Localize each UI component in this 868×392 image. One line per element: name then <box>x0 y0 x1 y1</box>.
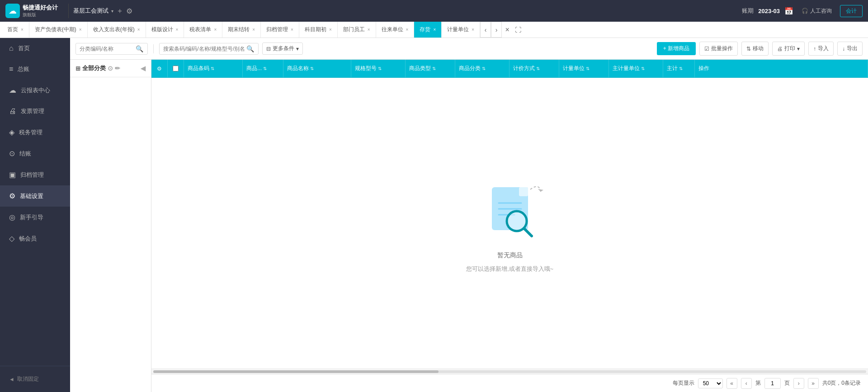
category-edit-icon[interactable]: ✏ <box>115 65 120 72</box>
tab-balance-sheet[interactable]: 资产负债表(中期) × <box>29 22 88 38</box>
th-price-method[interactable]: 计价方式 ⇅ <box>509 60 559 77</box>
cloud-icon: ☁ <box>9 86 16 94</box>
calendar-icon[interactable]: 📅 <box>784 7 793 15</box>
th-col1[interactable]: 商品... ⇅ <box>243 60 283 77</box>
first-page-btn[interactable]: « <box>726 378 737 389</box>
move-icon: ⇅ <box>746 46 751 52</box>
tab-home[interactable]: 首页 × <box>2 22 29 38</box>
sidebar-item-label: 首页 <box>18 44 30 52</box>
app-edition: 旗舰版 <box>23 12 58 18</box>
workspace-dropdown-icon[interactable]: ▾ <box>111 9 113 14</box>
export-button[interactable]: ↓ 导出 <box>837 42 863 56</box>
tab-close-icon[interactable]: × <box>368 27 370 32</box>
add-workspace-icon[interactable]: ＋ <box>116 6 123 16</box>
tab-template-design[interactable]: 模版设计 × <box>146 22 184 38</box>
sidebar-item-archive[interactable]: ▣ 归档管理 <box>0 164 70 185</box>
last-page-btn[interactable]: » <box>808 378 819 389</box>
workspace-settings-icon[interactable]: ⚙ <box>126 7 132 15</box>
tab-close-icon[interactable]: × <box>472 27 474 32</box>
th-spec[interactable]: 规格型号 ⇅ <box>351 60 406 77</box>
tab-close-icon[interactable]: × <box>137 27 140 32</box>
current-page-input[interactable] <box>764 378 781 389</box>
tab-close-icon[interactable]: × <box>291 27 293 32</box>
tab-label: 归档管理 <box>266 26 288 33</box>
tab-contacts[interactable]: 往来单位 × <box>376 22 415 38</box>
total-records-label: 共0页，0条记录 <box>822 379 861 387</box>
tab-close-icon[interactable]: × <box>433 27 436 32</box>
pagination-bar: 每页显示 50 100 200 « ‹ 第 页 › » 共0页，0条记录 <box>151 374 868 392</box>
tab-dept-staff[interactable]: 部门员工 × <box>338 22 376 38</box>
move-button[interactable]: ⇅ 移动 <box>741 42 769 56</box>
tab-period-carry[interactable]: 期末结转 × <box>222 22 261 38</box>
th-checkbox[interactable] <box>168 60 184 77</box>
per-page-select[interactable]: 50 100 200 <box>698 378 723 388</box>
tab-label: 收入支出表(年报) <box>93 26 135 33</box>
tab-scroll-left-btn[interactable]: ‹ <box>480 22 491 38</box>
tab-archive[interactable]: 归档管理 × <box>261 22 299 38</box>
content-toolbar: 🔍 🔍 ⊟ 更多条件 ▾ + 新增商品 ☑ <box>70 38 868 60</box>
tab-close-all-btn[interactable]: × <box>502 22 513 38</box>
account-button[interactable]: 会计 <box>840 5 863 17</box>
category-collapse-icon[interactable]: ◀ <box>141 65 146 72</box>
sidebar-item-home[interactable]: ⌂ 首页 <box>0 38 70 59</box>
cancel-fixed-btn[interactable]: ◄ 取消固定 <box>0 371 70 387</box>
cancel-fixed-label: 取消固定 <box>17 375 39 383</box>
tab-close-icon[interactable]: × <box>214 27 217 32</box>
th-product-category[interactable]: 商品分类 ⇅ <box>455 60 509 77</box>
select-all-checkbox[interactable] <box>173 66 179 71</box>
tab-tax-list[interactable]: 税表清单 × <box>184 22 222 38</box>
sidebar-item-tax[interactable]: ◈ 税务管理 <box>0 122 70 143</box>
add-product-button[interactable]: + 新增商品 <box>657 42 696 55</box>
sidebar-item-invoice[interactable]: 🖨 发票管理 <box>0 101 70 122</box>
th-barcode[interactable]: 商品条码 ⇅ <box>184 60 243 77</box>
horizontal-scrollbar[interactable] <box>151 368 868 374</box>
th-unit[interactable]: 计量单位 ⇅ <box>559 60 609 77</box>
tab-inventory[interactable]: 存货 × <box>414 22 442 38</box>
action-buttons: + 新增商品 ☑ 批量操作 ⇅ 移动 🖨 打印 ▾ ↑ 导入 <box>657 42 863 56</box>
period-value[interactable]: 2023-03 <box>758 8 780 14</box>
sidebar-item-member[interactable]: ◇ 畅会员 <box>0 228 70 249</box>
table-search-input[interactable] <box>163 46 245 52</box>
tab-close-icon[interactable]: × <box>329 27 332 32</box>
scrollbar-thumb[interactable] <box>153 370 439 373</box>
tab-scroll-right-btn[interactable]: › <box>491 22 502 38</box>
help-button[interactable]: 🎧 人工咨询 <box>798 5 835 17</box>
th-main-unit[interactable]: 主计量单位 ⇅ <box>609 60 663 77</box>
batch-icon: ☑ <box>704 46 709 52</box>
sidebar-item-guide[interactable]: ◎ 新手引导 <box>0 207 70 228</box>
tab-close-icon[interactable]: × <box>406 27 409 32</box>
archive-icon: ▣ <box>9 170 16 179</box>
print-button[interactable]: 🖨 打印 ▾ <box>772 42 805 56</box>
th-settings[interactable]: ⚙ <box>151 60 168 77</box>
sidebar-item-settings[interactable]: ⚙ 基础设置 <box>0 185 70 207</box>
tab-unit[interactable]: 计量单位 × <box>442 22 480 38</box>
th-label: 规格型号 <box>355 65 377 72</box>
category-settings-icon[interactable]: ⊙ <box>108 65 113 72</box>
tab-subject-init[interactable]: 科目期初 × <box>299 22 338 38</box>
category-search-input[interactable] <box>80 46 134 52</box>
sidebar-item-ledger[interactable]: ≡ 总账 <box>0 59 70 80</box>
svg-marker-8 <box>538 189 543 192</box>
next-page-btn[interactable]: › <box>793 378 804 389</box>
th-product-name[interactable]: 商品名称 ⇅ <box>283 60 351 77</box>
table-search-icon[interactable]: 🔍 <box>246 45 254 52</box>
tab-close-icon[interactable]: × <box>252 27 255 32</box>
sidebar-item-cloud-reports[interactable]: ☁ 云报表中心 <box>0 80 70 101</box>
filter-icon: ⊟ <box>266 46 271 52</box>
category-search-icon[interactable]: 🔍 <box>136 45 143 52</box>
batch-operate-button[interactable]: ☑ 批量操作 <box>699 42 738 56</box>
tab-close-icon[interactable]: × <box>79 27 82 32</box>
tab-close-icon[interactable]: × <box>21 27 24 32</box>
member-icon: ◇ <box>9 234 14 243</box>
sidebar-item-label: 畅会员 <box>19 235 37 243</box>
prev-page-btn[interactable]: ‹ <box>741 378 752 389</box>
tab-income-statement[interactable]: 收入支出表(年报) × <box>88 22 146 38</box>
more-filter-button[interactable]: ⊟ 更多条件 ▾ <box>262 43 303 55</box>
th-main-count[interactable]: 主计 ⇅ <box>663 60 695 77</box>
import-button[interactable]: ↑ 导入 <box>808 42 834 56</box>
tab-close-icon[interactable]: × <box>176 27 179 32</box>
workspace-name[interactable]: 基层工会测试 <box>73 7 108 15</box>
tab-fullscreen-btn[interactable]: ⛶ <box>513 22 524 38</box>
th-product-type[interactable]: 商品类型 ⇅ <box>406 60 455 77</box>
sidebar-item-closing[interactable]: ⊙ 结账 <box>0 143 70 164</box>
